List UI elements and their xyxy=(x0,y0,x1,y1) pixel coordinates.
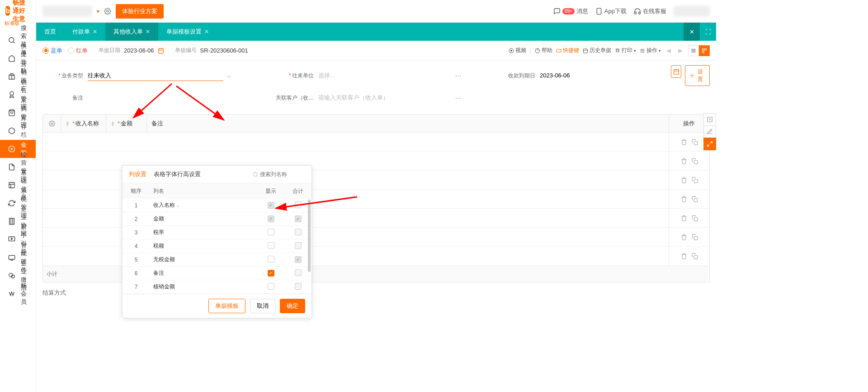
checkbox-on-icon[interactable]: ✓ xyxy=(295,256,302,263)
view-list-button[interactable] xyxy=(688,45,699,56)
calendar-icon[interactable] xyxy=(158,48,164,54)
sidebar-item-5[interactable]: 库存核算 xyxy=(0,122,36,140)
tab-2[interactable]: 其他收入单✕ xyxy=(105,23,158,41)
party-label: *往来单位 xyxy=(273,72,318,80)
table-row[interactable] xyxy=(43,133,709,152)
sidebar-item-6[interactable]: 资金管理 xyxy=(0,140,36,158)
side-tool-note[interactable] xyxy=(703,113,716,126)
close-icon[interactable]: ✕ xyxy=(93,29,97,35)
support-button[interactable]: 在线客服 xyxy=(634,7,666,15)
org-selector[interactable] xyxy=(42,6,92,17)
tab-3[interactable]: 单据模板设置✕ xyxy=(158,23,217,41)
operate-button[interactable]: 操作 ▾ xyxy=(640,47,661,54)
sidebar-item-9[interactable]: 系统管理 xyxy=(0,194,36,212)
checkbox-off-icon[interactable] xyxy=(268,242,274,249)
shortcut-button[interactable]: 快捷键 xyxy=(556,47,579,54)
checkbox-off-icon[interactable] xyxy=(268,256,274,263)
sidebar-item-8[interactable]: 基础信息 xyxy=(0,176,36,194)
chevron-down-icon[interactable]: ⌵ xyxy=(177,203,179,208)
view-card-button[interactable] xyxy=(699,45,710,56)
sidebar-item-4[interactable]: 采购管理 xyxy=(0,104,36,122)
more-icon[interactable]: ⋯ xyxy=(455,72,461,79)
sidebar-item-13[interactable]: 企业微信 xyxy=(0,267,36,285)
video-button[interactable]: 视频 xyxy=(509,47,526,54)
tab-expand-button[interactable]: ⛶ xyxy=(700,23,716,41)
form-header: *业务类型 ⌵ *往来单位 ⋯ 收款到期日 xyxy=(36,61,716,114)
prev-button[interactable]: ◀ xyxy=(665,47,673,54)
copy-icon[interactable] xyxy=(692,196,698,202)
copy-icon[interactable] xyxy=(692,139,698,145)
delete-icon[interactable] xyxy=(681,139,687,145)
close-icon[interactable]: ✕ xyxy=(146,29,150,35)
radio-red[interactable]: 红单 xyxy=(68,47,88,55)
help-button[interactable]: 帮助 xyxy=(535,47,552,54)
delete-icon[interactable] xyxy=(681,196,687,202)
checkbox-on-icon[interactable]: ✓ xyxy=(268,202,274,209)
col-remark[interactable]: 备注 xyxy=(147,115,669,132)
app-download-button[interactable]: App下载 xyxy=(595,7,627,15)
popover-tab-columns[interactable]: 列设置 xyxy=(129,170,146,178)
scrollbar[interactable] xyxy=(308,200,311,272)
checkbox-off-icon[interactable] xyxy=(268,229,274,235)
tab-1[interactable]: 付款单✕ xyxy=(64,23,105,41)
due-input[interactable] xyxy=(540,70,657,81)
biz-type-label: *业务类型 xyxy=(42,72,88,80)
side-tool-edit[interactable] xyxy=(703,125,716,138)
sidebar-item-2[interactable]: 营销推广 xyxy=(0,67,36,86)
remark-input[interactable] xyxy=(88,92,223,103)
column-settings-button[interactable] xyxy=(43,115,61,132)
history-button[interactable]: 历史单据 xyxy=(583,47,611,54)
delete-icon[interactable] xyxy=(681,253,687,259)
col-amount[interactable]: ▲▼*金额 xyxy=(106,115,147,132)
sidebar-item-12[interactable]: 智能硬件 xyxy=(0,249,36,267)
calendar-button[interactable] xyxy=(671,65,681,78)
close-icon[interactable]: ✕ xyxy=(204,29,209,35)
checkbox-on-icon[interactable]: ✓ xyxy=(268,215,274,222)
popover-tab-font[interactable]: 表格字体行高设置 xyxy=(154,170,201,178)
copy-icon[interactable] xyxy=(692,253,698,259)
tab-close-all-button[interactable]: ✕ xyxy=(684,23,700,41)
list-icon xyxy=(640,48,645,53)
print-button[interactable]: 打印 ▾ xyxy=(615,47,636,54)
checkbox-off-icon[interactable] xyxy=(268,283,274,290)
sidebar-item-0[interactable]: 搜索菜单 xyxy=(0,31,36,49)
checkbox-on-icon[interactable]: ✓ xyxy=(268,270,274,277)
th-name: 列名 xyxy=(150,187,257,195)
copy-icon[interactable] xyxy=(692,234,698,240)
sidebar-item-14[interactable]: 畅会员 xyxy=(0,285,36,303)
more-icon[interactable]: ⋯ xyxy=(455,95,461,101)
copy-icon[interactable] xyxy=(692,177,698,183)
next-button[interactable]: ▶ xyxy=(676,47,684,54)
delete-icon[interactable] xyxy=(681,158,687,164)
template-button[interactable]: 单据模板 xyxy=(208,299,245,313)
copy-icon[interactable] xyxy=(692,215,698,221)
party-input[interactable] xyxy=(318,70,454,81)
delete-icon[interactable] xyxy=(681,215,687,221)
messages-button[interactable]: 99+ 消息 xyxy=(553,7,588,15)
biz-type-input[interactable] xyxy=(88,70,223,81)
tab-0[interactable]: 首页 xyxy=(36,23,64,41)
sidebar-item-1[interactable]: 快捷导航 xyxy=(0,49,36,67)
cancel-button[interactable]: 取消 xyxy=(250,299,275,313)
date-value[interactable]: 2023-06-06 xyxy=(124,47,154,54)
sidebar-item-7[interactable]: 经营管理 xyxy=(0,158,36,176)
col-income[interactable]: ▲▼*收入名称 xyxy=(61,115,106,132)
delete-icon[interactable] xyxy=(681,234,687,240)
user-avatar[interactable] xyxy=(674,6,710,17)
sidebar-item-3[interactable]: 销售管理 xyxy=(0,86,36,104)
side-tool-expand[interactable] xyxy=(703,138,716,150)
chevron-down-icon[interactable]: ▾ xyxy=(97,8,99,14)
chevron-down-icon[interactable]: ⌵ xyxy=(227,72,231,79)
industry-plan-button[interactable]: 体验行业方案 xyxy=(116,4,164,19)
checkbox-on-icon[interactable]: ✓ xyxy=(295,215,302,222)
settings-button[interactable]: 设置 xyxy=(685,65,710,86)
copy-icon[interactable] xyxy=(692,158,698,164)
confirm-button[interactable]: 确定 xyxy=(280,299,305,313)
radio-blue[interactable]: 蓝单 xyxy=(42,47,62,55)
related-input[interactable] xyxy=(318,92,454,103)
delete-icon[interactable] xyxy=(681,177,687,183)
sidebar-item-10[interactable]: 企业协同 xyxy=(0,212,36,230)
gear-icon[interactable] xyxy=(104,8,111,15)
sidebar-item-11[interactable]: 新手引导 xyxy=(0,230,36,249)
column-search-input[interactable] xyxy=(260,171,305,177)
